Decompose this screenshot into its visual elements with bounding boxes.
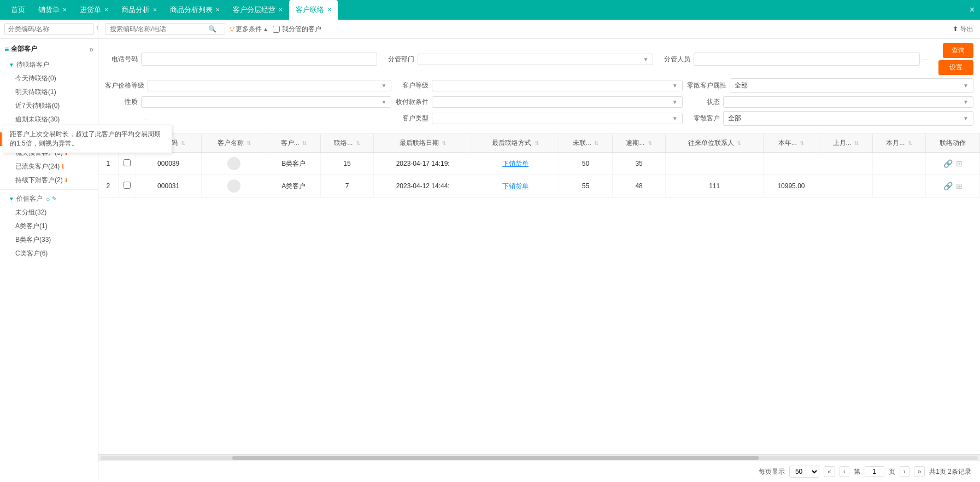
- col-action: 联络动作: [926, 134, 980, 153]
- prev-page-btn[interactable]: ‹: [840, 466, 849, 477]
- price-grade-select[interactable]: ▼: [148, 80, 391, 91]
- customer-grade-select[interactable]: ▼: [432, 80, 682, 91]
- my-customer-checkbox[interactable]: 我分管的客户: [273, 25, 321, 34]
- scroll-thumb[interactable]: [232, 456, 759, 460]
- manager-dots[interactable]: ···: [922, 55, 928, 63]
- row1-select[interactable]: [124, 159, 131, 166]
- info-icon-declining: ℹ: [65, 177, 67, 184]
- value-customer-title[interactable]: ▼ 价值客户 ○ ✎: [0, 192, 98, 206]
- row2-contact-person: 111: [666, 175, 764, 198]
- tree-item-class-a[interactable]: A类客户(1): [0, 219, 98, 233]
- row1-last-month: [819, 153, 872, 175]
- horizontal-scrollbar[interactable]: [98, 454, 980, 461]
- col-last-month[interactable]: 上月... ⇅: [819, 134, 872, 153]
- row1-method-link[interactable]: 下销货单: [502, 160, 529, 167]
- col-name[interactable]: 客户名称 ⇅: [201, 134, 267, 153]
- row2-grid-icon[interactable]: ⊞: [956, 182, 963, 190]
- settings-button[interactable]: 设置: [938, 60, 973, 75]
- tab-close-segment[interactable]: ×: [279, 6, 283, 14]
- payment-select[interactable]: ▼: [432, 96, 682, 108]
- filter-search-icon[interactable]: 🔍: [208, 25, 216, 33]
- tab-sales-order[interactable]: 销货单 ×: [32, 0, 73, 20]
- row1-actions: 🔗 ⊞: [926, 153, 980, 175]
- category-search-input[interactable]: [4, 23, 94, 35]
- search-input[interactable]: [110, 25, 208, 33]
- repurchase-tooltip: 距客户上次交易时长，超过了此客户的平均交易周期的1.5倍，则视为异常。: [3, 125, 98, 153]
- first-page-btn[interactable]: «: [824, 466, 835, 477]
- value-customer-settings-icon[interactable]: ✎: [52, 195, 57, 202]
- phone-input[interactable]: [141, 53, 377, 66]
- row2-name: [201, 175, 267, 198]
- tab-close-product-analysis[interactable]: ×: [153, 6, 157, 14]
- customer-type-select[interactable]: ▼: [432, 113, 682, 124]
- export-button[interactable]: ⬆ 导出: [953, 25, 973, 34]
- col-type[interactable]: 客户... ⇅: [267, 134, 321, 153]
- row2-last-month: [819, 175, 872, 198]
- row1-link-icon[interactable]: 🔗: [943, 159, 953, 168]
- row2-no-contact: 55: [559, 175, 613, 198]
- window-close-button[interactable]: ×: [970, 5, 975, 15]
- sidebar-collapse-btn[interactable]: »: [89, 45, 93, 54]
- col-no-contact[interactable]: 未联... ⇅: [559, 134, 613, 153]
- row2-method-link[interactable]: 下销货单: [502, 182, 529, 190]
- tab-product-analysis[interactable]: 商品分析 ×: [115, 0, 163, 20]
- tab-home[interactable]: 首页: [4, 0, 32, 20]
- query-button[interactable]: 查询: [943, 43, 973, 58]
- tab-close-product-list[interactable]: ×: [216, 6, 220, 14]
- dept-select[interactable]: ▼: [418, 54, 654, 65]
- tree-item-7days-contact[interactable]: 近7天待联络(0): [0, 99, 98, 113]
- tree-item-tomorrow-contact[interactable]: 明天待联络(1): [0, 85, 98, 99]
- value-customer-edit-icon[interactable]: ○: [46, 195, 50, 203]
- row1-code: 000039: [136, 153, 201, 175]
- filter-more-dots[interactable]: ···: [143, 115, 149, 123]
- my-customer-check[interactable]: [273, 26, 280, 33]
- current-page-input[interactable]: [865, 466, 884, 477]
- row2-link-icon[interactable]: 🔗: [943, 182, 953, 190]
- col-this-month[interactable]: 本月... ⇅: [872, 134, 926, 153]
- last-page-btn[interactable]: »: [914, 466, 925, 477]
- nature-select[interactable]: ▼: [141, 96, 391, 108]
- nature-arrow: ▼: [381, 99, 386, 105]
- tree-item-churned[interactable]: 已流失客户(24) ℹ: [0, 160, 98, 173]
- sort-icon-thismonth: ⇅: [908, 140, 912, 146]
- customer-grade-arrow: ▼: [672, 83, 678, 89]
- per-page-select[interactable]: 50 100 200: [789, 466, 819, 478]
- tree-item-today-contact[interactable]: 今天待联络(0): [0, 72, 98, 85]
- tree-item-declining[interactable]: 持续下滑客户(2) ℹ: [0, 173, 98, 187]
- tab-customer-contact[interactable]: 客户联络 ×: [289, 0, 338, 20]
- next-page-btn[interactable]: ›: [900, 466, 909, 477]
- row1-last-method[interactable]: 下销货单: [472, 153, 559, 175]
- col-last-method[interactable]: 最后联络方式 ⇅: [472, 134, 559, 153]
- col-year-amount[interactable]: 本年... ⇅: [763, 134, 819, 153]
- row1-grid-icon[interactable]: ⊞: [956, 159, 963, 168]
- tab-product-analysis-list[interactable]: 商品分析列表 ×: [163, 0, 226, 20]
- tab-close-contact[interactable]: ×: [327, 6, 331, 14]
- scatter-customer-field: 零散客户 全部 ▼: [687, 111, 973, 126]
- more-dots-field: ···: [105, 115, 391, 123]
- tab-customer-segment[interactable]: 客户分层经营 ×: [226, 0, 289, 20]
- col-contact-person[interactable]: 往来单位联系人 ⇅: [666, 134, 764, 153]
- col-overdue[interactable]: 逾期... ⇅: [612, 134, 666, 153]
- filter-row-1: 电话号码 分管部门 ▼ 分管人员 ···: [105, 43, 973, 75]
- customer-type-label: 客户类型: [396, 114, 429, 123]
- tree-item-class-b[interactable]: B类客户(33): [0, 233, 98, 247]
- col-last-date[interactable]: 最后联络日期 ⇅: [374, 134, 472, 153]
- status-select[interactable]: ▼: [723, 96, 973, 108]
- scatter-attr-select[interactable]: 全部 ▼: [730, 78, 973, 93]
- sort-icon-lastdate: ⇅: [442, 140, 446, 146]
- tab-purchase-order[interactable]: 进货单 ×: [73, 0, 115, 20]
- row1-this-month: [872, 153, 926, 175]
- more-conditions-toggle[interactable]: ▽ 更多条件 ▲: [230, 25, 268, 34]
- scatter-customer-select[interactable]: 全部 ▼: [723, 111, 973, 126]
- row2-select[interactable]: [124, 182, 131, 189]
- tab-close-purchase[interactable]: ×: [104, 6, 108, 14]
- tree-item-ungroup[interactable]: 未分组(32): [0, 206, 98, 219]
- col-contact[interactable]: 联络... ⇅: [320, 134, 374, 153]
- row1-no-contact: 50: [559, 153, 613, 175]
- manager-input[interactable]: [694, 53, 920, 66]
- pending-contact-title[interactable]: ▼ 待联络客户: [0, 58, 98, 72]
- dept-select-arrow: ▼: [643, 56, 648, 62]
- tab-close-sales-order[interactable]: ×: [63, 6, 67, 14]
- row2-last-method[interactable]: 下销货单: [472, 175, 559, 198]
- tree-item-class-c[interactable]: C类客户(6): [0, 247, 98, 260]
